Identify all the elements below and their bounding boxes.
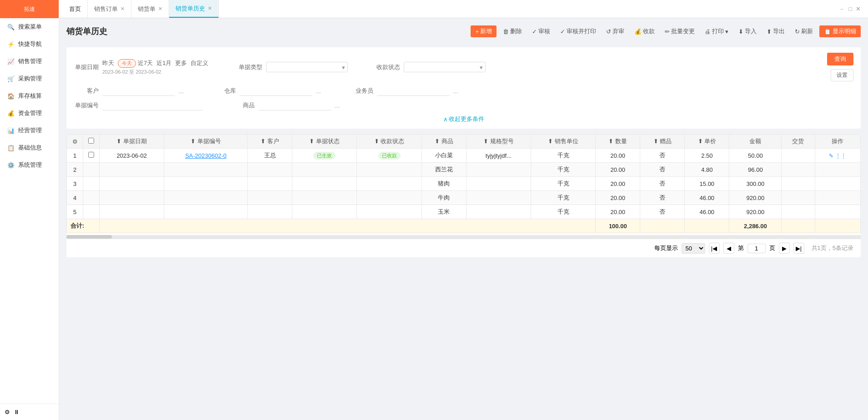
sidebar-item-operations-mgmt[interactable]: 📊 经营管理 (0, 122, 59, 139)
chip-1month[interactable]: 近1月 (156, 59, 171, 67)
prev-page-button[interactable]: ◀ (723, 243, 734, 254)
sidebar-pause-icon[interactable]: ⏸ (14, 409, 20, 415)
cell-action (815, 163, 860, 177)
cell-payment-status (357, 191, 421, 205)
horizontal-scrollbar[interactable] (66, 235, 861, 239)
col-delivery[interactable]: 交货 (782, 135, 815, 149)
tab-sales-order-close[interactable]: ✕ (120, 6, 125, 12)
salesperson-input[interactable] (377, 86, 450, 96)
cell-row-num: 1 (67, 149, 83, 163)
add-button[interactable]: + 新增 (471, 25, 497, 37)
salesperson-dots[interactable]: ... (453, 88, 458, 95)
page-number-input[interactable] (748, 244, 766, 253)
cell-action (815, 177, 860, 191)
col-gift[interactable]: ⬆ 赠品 (640, 135, 685, 149)
chip-7days[interactable]: 近7天 (138, 59, 153, 67)
doc-number-link[interactable]: SA-20230602-0 (185, 152, 226, 159)
tab-sales-goods[interactable]: 销货单 ✕ (131, 0, 169, 18)
show-detail-button[interactable]: 📋 显示明细 (819, 25, 861, 37)
customer-dots[interactable]: ... (179, 88, 184, 95)
col-spec-type[interactable]: ⬆ 规格型号 (466, 135, 531, 149)
chip-more[interactable]: 更多 (175, 59, 187, 67)
refresh-button[interactable]: ↻ 刷新 (791, 25, 817, 37)
warehouse-dots[interactable]: ... (316, 88, 321, 95)
tab-sales-goods-close[interactable]: ✕ (158, 6, 162, 12)
first-page-button[interactable]: |◀ (709, 243, 720, 254)
cell-checkbox[interactable] (83, 149, 100, 163)
next-page-button[interactable]: ▶ (779, 243, 790, 254)
gear-icon[interactable]: ⚙ (72, 138, 78, 145)
col-doc-date[interactable]: ⬆ 单据日期 (100, 135, 164, 149)
batch-change-button[interactable]: ✏ 批量变更 (661, 25, 698, 37)
sidebar-item-inventory-calc[interactable]: 🏠 库存核算 (0, 87, 59, 105)
col-sales-unit[interactable]: ⬆ 销售单位 (531, 135, 596, 149)
import-button[interactable]: ⬇ 导入 (735, 25, 760, 37)
filter-date: 单据日期 昨天 今天 近7天 近1月 更多 自定义 2023-06-02 至 2… (74, 59, 210, 75)
export-button[interactable]: ⬆ 导出 (763, 25, 788, 37)
doc-number-input[interactable] (102, 100, 202, 110)
sidebar-item-system-mgmt[interactable]: ⚙️ 系统管理 (0, 156, 59, 174)
cell-checkbox[interactable] (83, 191, 100, 205)
more-action-button[interactable]: ⋮⋮ (835, 153, 846, 159)
sidebar-item-basic-info[interactable]: 📋 基础信息 (0, 139, 59, 156)
collapse-filter-button[interactable]: ∧ 收起更多条件 (443, 115, 484, 123)
tab-sales-history-close[interactable]: ✕ (208, 5, 212, 11)
tab-sales-history[interactable]: 销货单历史 ✕ (169, 0, 219, 18)
filter-payment-status: 收款状态 (375, 62, 486, 72)
sidebar-item-funds-mgmt[interactable]: 💰 资金管理 (0, 105, 59, 122)
sidebar-item-label: 基础信息 (18, 144, 42, 152)
scroll-thumb[interactable] (66, 235, 112, 239)
col-doc-number[interactable]: ⬆ 单据编号 (164, 135, 248, 149)
cell-checkbox[interactable] (83, 205, 100, 219)
tab-maximize-icon[interactable]: □ (848, 5, 852, 12)
goods-dots[interactable]: ... (335, 102, 340, 109)
chip-yesterday[interactable]: 昨天 (102, 59, 114, 67)
tab-minimize-icon[interactable]: － (839, 5, 845, 13)
data-table-wrap: ⚙ ⬆ 单据日期 ⬆ 单据编号 ⬆ 客户 (66, 134, 861, 257)
col-goods[interactable]: ⬆ 商品 (421, 135, 466, 149)
per-page-select[interactable]: 50 100 (682, 243, 705, 254)
col-payment-status[interactable]: ⬆ 收款状态 (357, 135, 421, 149)
col-gear[interactable]: ⚙ (67, 135, 83, 149)
audit-print-button[interactable]: ✓ 审核并打印 (557, 25, 600, 37)
setting-button[interactable]: 设置 (831, 69, 853, 81)
sidebar-item-search-menu[interactable]: 🔍 搜索菜单 (0, 18, 59, 35)
cell-checkbox[interactable] (83, 177, 100, 191)
abandon-button[interactable]: ↺ 弃审 (602, 25, 628, 37)
col-customer[interactable]: ⬆ 客户 (248, 135, 292, 149)
collect-button[interactable]: 💰 收款 (631, 25, 658, 37)
print-button[interactable]: 🖨 打印 ▾ (701, 25, 732, 37)
tab-sales-order[interactable]: 销售订单 ✕ (88, 0, 131, 18)
sidebar-item-quick-nav[interactable]: ⚡ 快捷导航 (0, 35, 59, 53)
print-icon: 🖨 (705, 28, 711, 35)
sidebar-item-purchase-mgmt[interactable]: 🛒 采购管理 (0, 70, 59, 87)
tab-home[interactable]: 首页 (63, 0, 88, 18)
table-row: 2西兰花千克20.00否4.8096.00 (67, 163, 861, 177)
sidebar-item-label: 快捷导航 (18, 40, 42, 48)
chip-custom[interactable]: 自定义 (191, 59, 208, 67)
row-checkbox[interactable] (88, 152, 94, 158)
tab-sales-history-label: 销货单历史 (176, 5, 205, 13)
select-all-checkbox[interactable] (88, 138, 94, 144)
edit-action-button[interactable]: ✎ (829, 153, 833, 159)
audit-button[interactable]: ✓ 审核 (528, 25, 554, 37)
goods-input[interactable] (258, 100, 331, 110)
tab-close-icon[interactable]: ✕ (856, 5, 861, 12)
cell-unit-price: 2.50 (685, 149, 729, 163)
doc-type-select[interactable] (266, 62, 348, 72)
warehouse-input[interactable] (240, 86, 312, 96)
col-unit-price[interactable]: ⬆ 单价 (685, 135, 729, 149)
sidebar-item-sales-mgmt[interactable]: 📈 销售管理 (0, 53, 59, 70)
cell-checkbox[interactable] (83, 163, 100, 177)
customer-input[interactable] (102, 86, 175, 96)
last-page-button[interactable]: ▶| (793, 243, 804, 254)
chip-today[interactable]: 今天 (118, 59, 136, 68)
cell-sales-unit: 千克 (531, 205, 596, 219)
col-quantity[interactable]: ⬆ 数量 (596, 135, 640, 149)
col-doc-status[interactable]: ⬆ 单据状态 (292, 135, 357, 149)
query-button[interactable]: 查询 (827, 53, 853, 65)
sidebar-settings-icon[interactable]: ⚙ (5, 409, 10, 415)
payment-status-select[interactable] (404, 62, 486, 72)
delete-button[interactable]: 🗑 删除 (499, 25, 526, 37)
col-amount[interactable]: 金额 (729, 135, 782, 149)
